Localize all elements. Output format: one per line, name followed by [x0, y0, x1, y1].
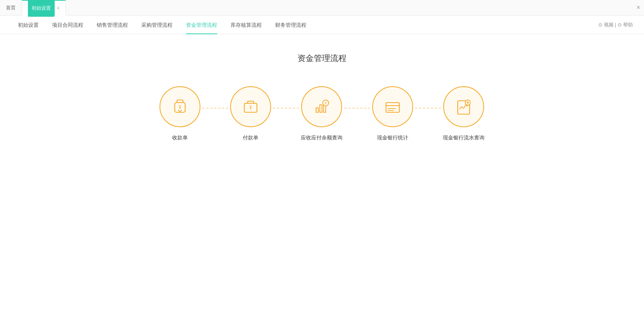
connector-4	[413, 108, 443, 120]
svg-rect-4	[316, 108, 318, 112]
nav-bar: 初始设置 项目合同流程 销售管理流程 采购管理流程 资金管理流程 库存核算流程 …	[0, 16, 644, 34]
nav-right: ⊙ 视频 | ⊙ 帮助	[598, 22, 633, 28]
svg-rect-5	[320, 105, 322, 112]
svg-rect-9	[386, 103, 399, 112]
step-circle-balance[interactable]: ¥	[301, 86, 342, 127]
help-icon: ⊙	[618, 22, 622, 28]
connector-1	[200, 108, 230, 120]
receipt-icon: ¥	[170, 97, 190, 117]
step-circle-payment[interactable]: ¥	[230, 86, 271, 127]
step-circle-transaction[interactable]	[443, 86, 484, 127]
nav-item-purchase[interactable]: 采购管理流程	[135, 16, 179, 34]
step-circle-cashbank[interactable]	[372, 86, 413, 127]
connector-2	[271, 108, 301, 120]
active-tab[interactable]: 初始设置 ×	[22, 0, 66, 16]
nav-item-initial[interactable]: 初始设置	[11, 16, 45, 34]
step-label-payment: 付款单	[243, 135, 258, 141]
payment-icon: ¥	[241, 97, 261, 117]
close-tab-icon[interactable]: ×	[57, 0, 59, 16]
connector-3	[342, 108, 372, 120]
step-balance: ¥ 应收应付余额查询	[301, 86, 342, 141]
cashbank-icon	[383, 97, 403, 117]
nav-item-inventory[interactable]: 库存核算流程	[224, 16, 268, 34]
flow-steps: ¥ 收款单 ¥ 付款单	[160, 86, 484, 141]
svg-text:¥: ¥	[249, 105, 252, 110]
page-title: 资金管理流程	[297, 53, 347, 64]
step-payment: ¥ 付款单	[230, 86, 271, 141]
svg-text:¥: ¥	[179, 104, 181, 110]
step-label-balance: 应收应付余额查询	[301, 135, 342, 141]
nav-item-sales[interactable]: 销售管理流程	[90, 16, 135, 34]
nav-item-funds[interactable]: 资金管理流程	[179, 16, 224, 34]
home-tab[interactable]: 首页	[0, 0, 22, 16]
transaction-icon	[454, 97, 474, 117]
step-receipt: ¥ 收款单	[160, 86, 200, 141]
help-link[interactable]: 帮助	[623, 22, 633, 28]
step-transaction: 现金银行流水查询	[443, 86, 484, 141]
svg-text:¥: ¥	[325, 101, 327, 105]
video-link[interactable]: 视频	[604, 22, 614, 28]
step-label-receipt: 收款单	[172, 135, 188, 141]
main-content: 资金管理流程 ¥ 收款单	[0, 34, 644, 141]
window-close-button[interactable]: ×	[636, 4, 640, 12]
nav-divider: |	[615, 22, 616, 28]
step-cashbank: 现金银行统计	[372, 86, 413, 141]
step-label-transaction: 现金银行流水查询	[443, 135, 484, 141]
top-bar: 首页 初始设置 ×	[0, 0, 644, 16]
step-circle-receipt[interactable]: ¥	[160, 86, 200, 127]
nav-item-finance[interactable]: 财务管理流程	[268, 16, 313, 34]
video-icon: ⊙	[598, 22, 602, 28]
balance-icon: ¥	[312, 97, 332, 117]
step-label-cashbank: 现金银行统计	[377, 135, 408, 141]
active-tab-label: 初始设置	[28, 0, 55, 17]
nav-item-project[interactable]: 项目合同流程	[45, 16, 90, 34]
